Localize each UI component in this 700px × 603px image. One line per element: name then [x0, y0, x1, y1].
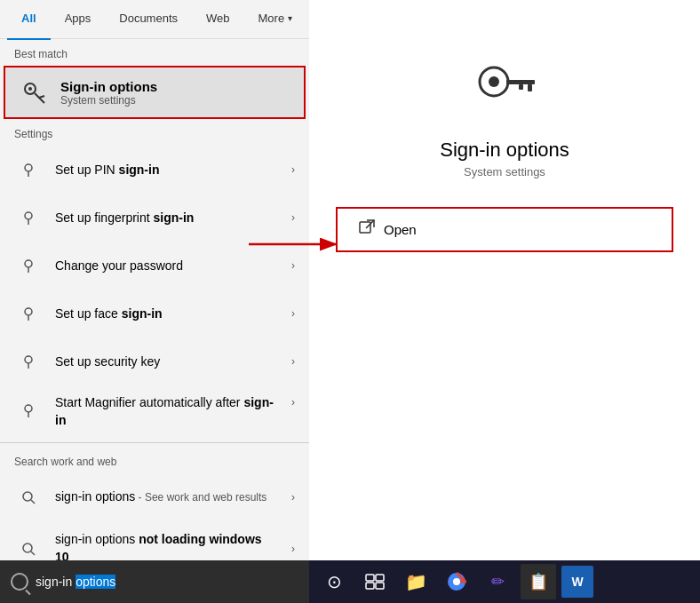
list-item-web2[interactable]: sign-in options not loading windows 10 ›	[0, 521, 309, 560]
svg-point-10	[25, 308, 32, 315]
search-input[interactable]	[36, 575, 298, 589]
search-web-label: Search work and web	[0, 447, 309, 473]
tab-documents[interactable]: Documents	[105, 0, 192, 40]
list-item-fingerprint-label: Set up fingerprint sign-in	[55, 210, 279, 225]
settings-list: Set up PIN sign-in › Set up fingerprint …	[0, 146, 309, 439]
svg-point-6	[25, 212, 32, 219]
settings-icon-pin	[14, 155, 43, 184]
open-button-icon	[359, 219, 375, 240]
svg-rect-33	[366, 575, 374, 581]
svg-rect-36	[376, 583, 384, 589]
list-item-web1[interactable]: sign-in options - See work and web resul…	[0, 473, 309, 521]
search-web-icon1	[14, 483, 43, 512]
svg-rect-34	[376, 575, 384, 581]
list-item-pin[interactable]: Set up PIN sign-in ›	[0, 146, 309, 194]
chevron-right-icon: ›	[291, 163, 295, 176]
search-results: Best match Sign-in options System settin…	[0, 39, 309, 560]
open-button[interactable]: Open	[336, 207, 673, 252]
list-item-security-key[interactable]: Set up security key ›	[0, 337, 309, 385]
list-item-magnifier[interactable]: Start Magnifier automatically after sign…	[0, 385, 309, 439]
svg-line-17	[31, 500, 35, 504]
chevron-right-icon: ›	[291, 307, 295, 320]
taskbar-explorer[interactable]: 📁	[398, 564, 434, 599]
chevron-right-icon: ›	[291, 543, 295, 555]
taskbar-chrome[interactable]	[439, 564, 474, 599]
list-item-face-label: Set up face sign-in	[55, 306, 279, 321]
sign-in-icon	[20, 78, 48, 107]
taskbar-pen[interactable]: ✏	[480, 564, 515, 599]
best-match-item[interactable]: Sign-in options System settings	[4, 66, 306, 119]
settings-icon-security-key	[14, 347, 43, 376]
settings-label: Settings	[0, 119, 309, 146]
taskbar: ⊙ 📁 ✏ 📋 W	[309, 560, 700, 603]
list-item-password[interactable]: Change your password ›	[0, 242, 309, 290]
taskbar-word[interactable]: W	[561, 566, 593, 598]
search-bar	[0, 560, 309, 603]
chevron-right-icon: ›	[291, 491, 295, 504]
list-item-web2-label: sign-in options not loading windows 10	[55, 531, 279, 560]
tab-apps[interactable]: Apps	[51, 0, 106, 40]
list-item-magnifier-label: Start Magnifier automatically after sign…	[55, 394, 279, 429]
chevron-right-icon: ›	[291, 211, 295, 224]
taskbar-clipboard[interactable]: 📋	[521, 564, 556, 599]
app-title: Sign-in options	[440, 139, 569, 162]
search-panel: All Apps Documents Web More ▾ 🗨 ··· Best…	[0, 0, 309, 560]
list-item-password-label: Change your password	[55, 258, 279, 273]
svg-point-8	[25, 260, 32, 267]
app-subtitle: System settings	[464, 165, 545, 179]
settings-icon-fingerprint	[14, 203, 43, 232]
search-web-icon2	[14, 535, 43, 560]
best-match-subtitle: System settings	[60, 94, 157, 107]
app-icon-large	[469, 53, 540, 124]
list-item-pin-label: Set up PIN sign-in	[55, 163, 279, 177]
settings-icon-password	[14, 251, 43, 280]
best-match-text: Sign-in options System settings	[60, 79, 157, 107]
svg-line-19	[31, 551, 35, 555]
chevron-right-icon: ›	[291, 396, 295, 409]
svg-point-27	[489, 76, 499, 87]
taskbar-start[interactable]: ⊙	[316, 564, 352, 599]
tab-more[interactable]: More ▾	[244, 0, 307, 40]
settings-icon-face	[14, 299, 43, 328]
right-panel: Sign-in options System settings Open	[309, 0, 700, 560]
svg-point-14	[25, 405, 32, 412]
list-item-face[interactable]: Set up face sign-in ›	[0, 290, 309, 337]
best-match-title: Sign-in options	[60, 79, 157, 94]
svg-rect-28	[506, 80, 535, 84]
chevron-down-icon: ▾	[288, 8, 292, 29]
search-bar-icon	[11, 573, 28, 591]
svg-rect-30	[519, 84, 523, 90]
svg-line-3	[39, 96, 44, 98]
svg-rect-29	[528, 84, 532, 91]
svg-point-38	[453, 578, 460, 585]
chevron-right-icon: ›	[291, 259, 295, 272]
svg-rect-31	[360, 222, 370, 233]
list-item-fingerprint[interactable]: Set up fingerprint sign-in ›	[0, 194, 309, 242]
svg-point-12	[25, 356, 32, 363]
svg-point-18	[23, 543, 32, 552]
svg-point-1	[28, 87, 32, 91]
tab-web[interactable]: Web	[192, 0, 244, 40]
list-item-web1-label: sign-in options - See work and web resul…	[55, 488, 279, 506]
divider	[0, 442, 309, 443]
list-item-security-key-label: Set up security key	[55, 354, 279, 369]
svg-point-16	[23, 492, 32, 501]
svg-point-4	[25, 164, 32, 171]
chevron-right-icon: ›	[291, 355, 295, 368]
taskbar-task-view[interactable]	[357, 564, 393, 599]
best-match-label: Best match	[0, 39, 309, 66]
settings-icon-magnifier	[14, 396, 43, 424]
open-button-label: Open	[384, 222, 417, 237]
tabs-bar: All Apps Documents Web More ▾ 🗨 ···	[0, 0, 309, 39]
svg-rect-35	[366, 583, 374, 589]
tab-all[interactable]: All	[7, 0, 51, 40]
